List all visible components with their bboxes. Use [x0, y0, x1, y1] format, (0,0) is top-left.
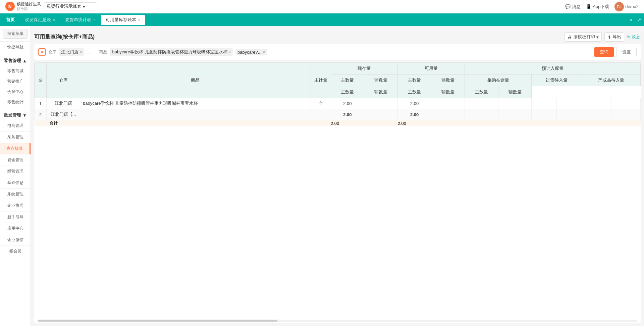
filter-actions: 查询 设置 [594, 47, 637, 57]
row2-finished-main [582, 109, 611, 120]
tab-close-all-btn[interactable]: × [629, 16, 634, 23]
sidebar-item-member-center[interactable]: 会员中心 [0, 87, 31, 97]
row2-incoming-aux [557, 109, 582, 120]
warehouse-filter-tag: 江北门店 × [59, 48, 84, 56]
message-btn[interactable]: 💬 消息 [565, 4, 581, 10]
user-profile[interactable]: Ea demo2 [614, 2, 639, 11]
product-tag-2-close[interactable]: × [263, 50, 265, 54]
settings-btn[interactable]: 设置 [616, 47, 637, 57]
table-scroll[interactable]: ⚙ 仓库 商品 主计量 现存量 可用量 预计入库量 主数量 辅数量 [34, 62, 641, 318]
tab-available-stock[interactable]: 可用量库存账本 × [101, 15, 145, 25]
col-incoming-aux: 辅数量 [431, 86, 465, 98]
sidebar-item-appstore[interactable]: 应用中心 [0, 223, 31, 234]
col-purchase-transit-header: 采购在途量 [465, 75, 532, 86]
sidebar-item-ecommerce[interactable]: 电商管理 [0, 120, 31, 132]
summary-empty3 [311, 120, 331, 127]
logo-text: 畅捷通好生意 标准版 [17, 2, 41, 11]
col-unit-header: 主计量 [311, 63, 331, 98]
tab-close-receive[interactable]: × [53, 18, 55, 22]
print-template-btn[interactable]: 🖨 按模板打印 ▾ [565, 32, 602, 42]
sidebar-item-purchase[interactable]: 采购管理 [0, 132, 31, 143]
tab-close-available[interactable]: × [138, 18, 140, 22]
tab-home[interactable]: 首页 [1, 15, 19, 25]
summary-avail-main: 2.00 [398, 120, 431, 127]
summary-empty2 [80, 120, 311, 127]
tab-order-stats[interactable]: 要货单统计表 × [60, 15, 100, 25]
sidebar-item-basic[interactable]: 基础信息 [0, 177, 31, 189]
summary-finished-aux [611, 120, 640, 127]
sidebar-item-retail-stats[interactable]: 零售统计 [0, 97, 31, 107]
product-filter-tag-2: babycare?... × [235, 49, 267, 55]
sidebar-item-wechat[interactable]: 企业微信 [0, 234, 31, 246]
row2-stock-aux [364, 109, 398, 120]
tab-receive-summary[interactable]: 收发存汇总表 × [20, 15, 60, 25]
sidebar-item-member[interactable]: 畅会员 [0, 246, 31, 257]
sidebar-section-retail-header[interactable]: 零售管理 ▲ [0, 56, 31, 66]
table-container: ⚙ 仓库 商品 主计量 现存量 可用量 预计入库量 主数量 辅数量 [34, 62, 641, 323]
message-icon: 💬 [565, 4, 571, 9]
col-finished-aux: 辅数量 [498, 86, 532, 98]
content-area: 可用量查询(按仓库+商品) 🖨 按模板打印 ▾ ⬆ 导出 ↻ 刷新 » [31, 26, 644, 326]
row1-purchase-main [465, 98, 498, 109]
tab-close-order[interactable]: × [93, 18, 95, 22]
summary-empty1 [35, 120, 47, 127]
account-selector[interactable]: 母婴行业演示账套 ▾ [44, 2, 97, 10]
row2-unit [311, 109, 331, 120]
tab-expand-btn[interactable]: ⤢ [636, 16, 643, 23]
app-download-btn[interactable]: 📱 App下载 [586, 4, 609, 10]
sidebar-search: 搜索菜单 [0, 26, 31, 42]
col-finished-main: 主数量 [465, 86, 498, 98]
mobile-icon: 📱 [586, 4, 591, 9]
avatar: Ea [614, 2, 624, 11]
settings-gear-icon[interactable]: ⚙ [38, 78, 43, 83]
row1-incoming-aux [557, 98, 582, 109]
query-btn[interactable]: 查询 [594, 47, 614, 57]
product-filter-tag-1: babycare学饮杯 儿童防摔防撞吸管杯重力球吸嘴杯宝宝水杯 × [110, 48, 233, 56]
top-bar-left: 好 畅捷通好生意 标准版 母婴行业演示账套 ▾ [5, 2, 97, 11]
dropdown-arrow-icon: ▾ [83, 4, 85, 9]
col-incoming-header: 进货待入量 [532, 75, 582, 86]
product-tag-1-close[interactable]: × [229, 50, 231, 54]
sidebar-item-operation[interactable]: 经营管理 [0, 166, 31, 177]
col-settings-header: ⚙ [35, 63, 47, 98]
sidebar-item-system[interactable]: 系统管理 [0, 189, 31, 200]
tab-bar: 首页 收发存汇总表 × 要货单统计表 × 可用量库存账本 × × ⤢ [0, 13, 644, 26]
row1-finished-aux [611, 98, 640, 109]
sidebar-item-retail-promo[interactable]: 营销推广 [0, 76, 31, 87]
sidebar-item-enterprise[interactable]: 企业协同 [0, 200, 31, 212]
product-filter-label: 商品 [99, 49, 107, 55]
col-purchase-transit-aux: 辅数量 [364, 86, 398, 98]
table-footer [34, 318, 641, 323]
horizontal-scrollbar[interactable] [38, 320, 637, 322]
sidebar-section-wholesale-header[interactable]: 批发管理 ▼ [0, 110, 31, 120]
summary-stock-aux [364, 120, 398, 127]
row2-finished-aux [611, 109, 640, 120]
summary-row: 合计 2.00 2.00 [35, 120, 641, 127]
warehouse-more[interactable]: ... [87, 50, 90, 54]
refresh-btn[interactable]: ↻ 刷新 [627, 34, 641, 40]
retail-label: 零售管理 [4, 58, 21, 64]
summary-label: 合计 [47, 120, 80, 127]
sidebar-item-retail-mall[interactable]: 零售商城 [0, 66, 31, 76]
row2-incoming-main [532, 109, 557, 120]
col-available-header: 可用量 [398, 63, 465, 75]
print-icon: 🖨 [568, 35, 572, 40]
sidebar-item-finance[interactable]: 资金管理 [0, 154, 31, 166]
sidebar-item-inventory[interactable]: 库存核算 [0, 143, 31, 154]
row1-avail-main: 2.00 [398, 98, 431, 109]
col-estimated-header: 预计入库量 [465, 63, 640, 75]
export-btn[interactable]: ⬆ 导出 [604, 32, 624, 42]
sidebar-item-guide[interactable]: 新手引导 [0, 212, 31, 223]
wholesale-label: 批发管理 [4, 112, 21, 118]
table-header-row-1: ⚙ 仓库 商品 主计量 现存量 可用量 预计入库量 [35, 63, 641, 75]
sidebar-item-quick-nav[interactable]: 快捷导航 [0, 42, 31, 53]
top-bar: 好 畅捷通好生意 标准版 母婴行业演示账套 ▾ 💬 消息 📱 App下载 Ea … [0, 0, 644, 13]
warehouse-tag-close[interactable]: × [80, 50, 82, 54]
row1-num: 1 [35, 98, 47, 109]
row1-incoming-main [532, 98, 557, 109]
row1-warehouse: 江北门店 [47, 98, 80, 109]
sidebar: 搜索菜单 快捷导航 零售管理 ▲ 零售商城 营销推广 会员中心 零售统计 批发管… [0, 26, 31, 326]
page-title: 可用量查询(按仓库+商品) [34, 34, 95, 41]
search-menu-btn[interactable]: 搜索菜单 [3, 29, 28, 39]
filter-expand-btn[interactable]: » [38, 48, 46, 56]
